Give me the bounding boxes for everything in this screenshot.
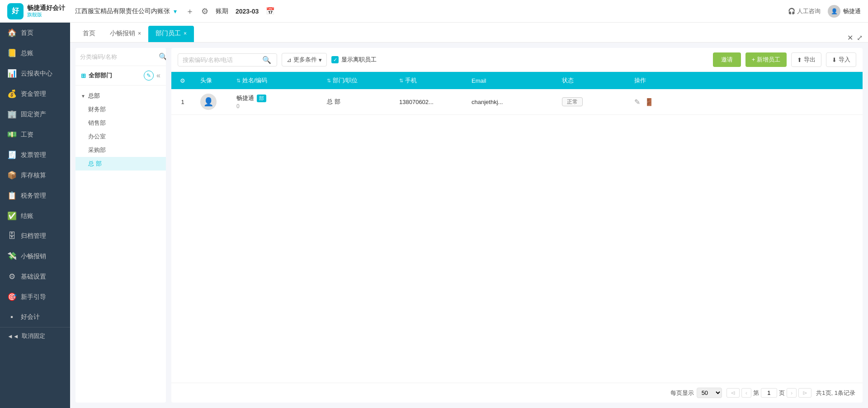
filter-button[interactable]: ⊿ 更多条件 ▾: [282, 53, 327, 66]
show-resigned-toggle[interactable]: ✓ 显示离职员工: [331, 56, 377, 64]
tabs-bar: 首页 小畅报销 × 部门员工 × ✕ ⤢: [70, 23, 868, 43]
pin-icon: ◄◄: [7, 333, 19, 340]
tab-xiaochangbaoxiao-label: 小畅报销: [110, 29, 135, 38]
inventory-icon: 📦: [7, 171, 16, 180]
funds-icon: 💰: [7, 89, 16, 99]
row-dept-cell: 总 部: [321, 89, 393, 115]
delete-employee-button[interactable]: 🚪: [645, 98, 654, 106]
tab-bumenyuangong-label: 部门员工: [156, 29, 181, 38]
import-label: 导入: [839, 56, 850, 64]
logo-icon: 好: [7, 3, 24, 19]
sidebar-item-salary[interactable]: 💵 工资: [0, 124, 70, 145]
sidebar-item-more[interactable]: ▪ 好会计: [0, 307, 70, 327]
sidebar-item-label: 结账: [21, 212, 33, 220]
main-layout: 🏠 首页 📒 总账 📊 云报表中心 💰 资金管理 🏢 固定资产 💵 工资 🧾 发…: [0, 23, 868, 408]
total-info: 共1页, 1条记录: [816, 389, 855, 397]
sidebar-item-home[interactable]: 🏠 首页: [0, 23, 70, 43]
period-label: 账期: [216, 7, 228, 15]
emp-search-icon[interactable]: 🔍: [262, 56, 271, 64]
invoice-icon: 🧾: [7, 150, 16, 160]
col-phone[interactable]: ⇅ 手机: [393, 72, 465, 89]
close-all-tabs-button[interactable]: ✕: [847, 33, 853, 42]
page-number-input[interactable]: [761, 388, 777, 398]
sidebar-item-guide[interactable]: 🎯 新手引导: [0, 287, 70, 307]
col-dept[interactable]: ⇅ 部门/职位: [321, 72, 393, 89]
dept-edit-button[interactable]: ✎: [144, 71, 154, 81]
sidebar-item-assets[interactable]: 🏢 固定资产: [0, 104, 70, 124]
cancel-pin-button[interactable]: ◄◄ 取消固定: [0, 327, 70, 345]
filter-icon: ⊿: [287, 57, 292, 63]
sidebar-item-label: 总账: [21, 49, 33, 57]
user-menu[interactable]: 👤 畅捷通: [828, 5, 861, 18]
dept-leaf-caigoubu[interactable]: 采购部: [75, 143, 166, 157]
page-content: 🔍 ⊞ 全部部门 ✎ « ▼ 总部: [70, 43, 868, 408]
sidebar-item-funds[interactable]: 💰 资金管理: [0, 84, 70, 104]
col-status: 状态: [556, 72, 628, 89]
tab-xiaochangbaoxiao[interactable]: 小畅报销 ×: [103, 26, 148, 42]
tax-icon: 📋: [7, 191, 16, 200]
prev-page-button[interactable]: ‹: [741, 388, 751, 398]
row-index: 1: [171, 89, 194, 115]
edit-employee-button[interactable]: ✎: [634, 98, 640, 106]
dept-search-icon[interactable]: 🔍: [159, 52, 166, 61]
invite-button[interactable]: 邀请: [713, 52, 741, 67]
dept-group-header[interactable]: ▼ 总部: [75, 89, 166, 103]
dept-collapse-button[interactable]: «: [156, 71, 160, 80]
salary-icon: 💵: [7, 130, 16, 139]
dept-leaf-bangongshi[interactable]: 办公室: [75, 130, 166, 143]
emp-search-input[interactable]: [183, 57, 259, 63]
col-email: Email: [465, 72, 556, 89]
export-button[interactable]: ⬆ 导出: [791, 52, 821, 67]
close-tab-xiaochang[interactable]: ×: [138, 30, 141, 37]
last-page-button[interactable]: ⊳: [798, 388, 811, 398]
next-page-button[interactable]: ›: [787, 388, 797, 398]
sidebar-item-xiaochang[interactable]: 💸 小畅报销: [0, 246, 70, 266]
emp-search-box: 🔍: [178, 53, 277, 66]
sidebar-item-basic[interactable]: ⚙ 基础设置: [0, 266, 70, 287]
add-tab-button[interactable]: ＋: [186, 6, 194, 17]
export-icon: ⬆: [797, 57, 802, 63]
table-row: 1 👤 畅捷通 部 0: [171, 89, 863, 115]
emp-table: ⚙ 头像 ⇅ 姓名/编码 ⇅ 部门/职位 ⇅ 手机: [171, 72, 863, 383]
user-name: 畅捷通: [843, 7, 861, 15]
close-tab-bumenyuangong[interactable]: ×: [184, 30, 187, 37]
calendar-icon[interactable]: 📅: [266, 7, 275, 15]
dept-leaf-xiaoshoubu[interactable]: 销售部: [75, 116, 166, 130]
company-selector[interactable]: 江西服宝精品有限责任公司内账张 ▾: [75, 7, 177, 15]
dept-leaf-caiwubu[interactable]: 财务部: [75, 103, 166, 116]
sidebar-item-ledger[interactable]: 📒 总账: [0, 43, 70, 63]
sidebar-item-label: 工资: [21, 131, 33, 139]
sidebar-item-archive[interactable]: 🗄 归档管理: [0, 226, 70, 246]
reports-icon: 📊: [7, 69, 16, 78]
sidebar-item-tax[interactable]: 📋 税务管理: [0, 185, 70, 206]
service-link[interactable]: 🎧 人工咨询: [788, 7, 821, 15]
row-email-cell: chanjethkj...: [465, 89, 556, 115]
add-employee-button[interactable]: + 新增员工: [745, 52, 787, 67]
tab-home[interactable]: 首页: [75, 26, 103, 42]
per-page-select[interactable]: 50 10 20 100: [697, 388, 722, 398]
sidebar-item-label: 税务管理: [21, 192, 46, 200]
employees-panel: 🔍 ⊿ 更多条件 ▾ ✓ 显示离职员工 邀请 + 新增员工: [171, 48, 863, 403]
tab-home-label: 首页: [83, 29, 95, 38]
cancel-pin-label: 取消固定: [22, 332, 45, 340]
col-name[interactable]: ⇅ 姓名/编码: [230, 72, 321, 89]
sidebar-item-checkout[interactable]: ✅ 结账: [0, 206, 70, 226]
action-buttons: ✎ 🚪: [634, 98, 856, 106]
col-settings[interactable]: ⚙: [171, 72, 194, 89]
expand-button[interactable]: ⤢: [857, 33, 863, 42]
sidebar-item-inventory[interactable]: 📦 库存核算: [0, 165, 70, 185]
sidebar-item-invoice[interactable]: 🧾 发票管理: [0, 145, 70, 165]
settings-button[interactable]: ⚙: [201, 6, 208, 16]
tab-bumenyuangong[interactable]: 部门员工 ×: [148, 26, 194, 42]
row-phone-cell: 138070602...: [393, 89, 465, 115]
dept-search-input[interactable]: [80, 53, 156, 60]
import-button[interactable]: ⬇ 导入: [826, 52, 856, 67]
sidebar-item-label: 新手引导: [21, 293, 46, 301]
ledger-icon: 📒: [7, 48, 16, 58]
row-status-cell: 正常: [556, 89, 628, 115]
first-page-button[interactable]: ⊲: [726, 388, 740, 398]
dept-leaf-zongbu[interactable]: 总 部: [75, 157, 166, 171]
service-label: 人工咨询: [797, 7, 821, 15]
col-avatar: 头像: [194, 72, 230, 89]
sidebar-item-reports[interactable]: 📊 云报表中心: [0, 63, 70, 84]
